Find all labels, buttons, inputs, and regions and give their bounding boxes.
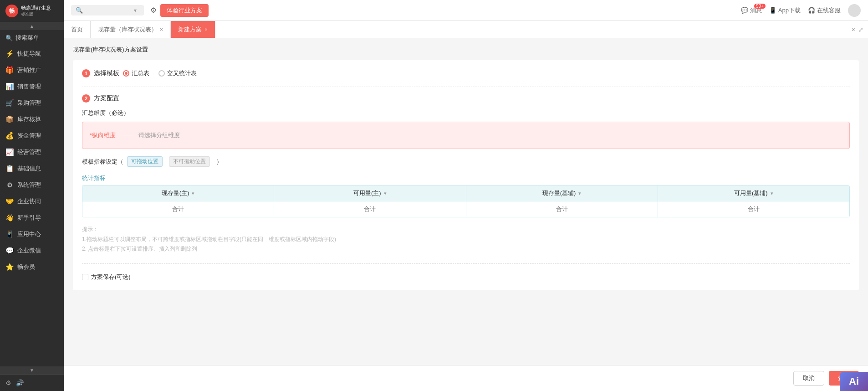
sidebar-logo: 畅 畅康通好生意 标准版 [0,0,64,22]
sidebar-item-member[interactable]: ⭐ 畅会员 [0,259,64,275]
step2-number: 2 [82,94,90,103]
settings-icon[interactable]: ⚙ [5,379,11,386]
user-avatar[interactable] [848,4,861,17]
sidebar-item-enterprise[interactable]: 🤝 企业协同 [0,193,64,210]
sidebar-sales-label: 销售管理 [17,82,41,91]
marketing-icon: 🎁 [5,66,14,74]
tab-new-plan-close[interactable]: × [204,26,208,33]
app-download-btn[interactable]: 📱 App下载 [769,6,801,15]
dimension-divider: —— [121,132,133,139]
sidebar-scroll-down[interactable]: ▼ [0,366,64,374]
sidebar-item-guide[interactable]: 👋 新手引导 [0,210,64,226]
tab-inventory[interactable]: 现存量（库存状况表） × [91,21,171,38]
topbar-gear-icon[interactable]: ⚙ [150,6,157,15]
sidebar-enterprise-label: 企业协同 [17,197,41,206]
tab-home[interactable]: 首页 [64,21,91,38]
app-center-icon: 📱 [5,230,14,238]
member-icon: ⭐ [5,263,14,271]
sidebar-item-system[interactable]: ⚙ 系统管理 [0,177,64,193]
sidebar-finance-label: 资金管理 [17,132,41,140]
sidebar-item-purchase[interactable]: 🛒 采购管理 [0,95,64,111]
stats-title: 统计指标 [82,174,850,182]
sidebar-search-label: 搜索菜单 [15,34,39,42]
radio-summary-label: 汇总表 [132,69,149,77]
sidebar-marketing-label: 营销推广 [17,66,41,74]
topbar-left: 🔍 ▾ ⚙ 体验行业方案 [71,4,736,17]
sidebar-item-marketing[interactable]: 🎁 营销推广 [0,62,64,78]
sidebar-item-search[interactable]: 🔍 搜索菜单 [0,30,64,46]
topbar-search-input[interactable] [86,7,131,14]
save-option-label: 方案保存(可选) [91,273,131,281]
stats-col-3[interactable]: 现存量(基辅) ▾ [466,185,658,201]
sidebar-scroll-up[interactable]: ▲ [0,22,64,30]
stats-col-2-chevron[interactable]: ▾ [384,190,387,196]
radio-cross-circle [158,70,165,77]
stats-col-1-chevron[interactable]: ▾ [192,190,194,196]
template-radio-group: 汇总表 交叉统计表 [123,69,197,77]
finance-icon: 💰 [5,132,14,140]
content-area: 现存量(库存状况表)方案设置 1 选择模板 汇总表 交叉统计表 [64,38,868,365]
radio-cross[interactable]: 交叉统计表 [158,69,197,77]
tab-new-plan[interactable]: 新建方案 × [171,21,215,38]
sidebar-item-quick-nav[interactable]: ⚡ 快捷导航 [0,46,64,62]
sidebar-item-inventory[interactable]: 📦 库存核算 [0,111,64,128]
stats-col-2-label: 可用量(主) [353,189,381,197]
inventory-icon: 📦 [5,115,14,123]
stats-col-3-label: 现存量(基辅) [542,189,576,197]
stats-data-1: 合计 [82,201,274,217]
save-checkbox[interactable] [82,274,88,280]
tab-inventory-close[interactable]: × [160,26,163,33]
industry-btn[interactable]: 体验行业方案 [160,4,209,17]
summary-dimension-label: 汇总维度（必选） [82,109,850,117]
system-icon: ⚙ [5,181,14,189]
topbar-dropdown-icon[interactable]: ▾ [134,7,137,14]
stats-col-1[interactable]: 现存量(主) ▾ [82,185,274,201]
tab-collapse-icon[interactable]: × [852,26,855,33]
cancel-button[interactable]: 取消 [793,371,824,386]
topbar: 🔍 ▾ ⚙ 体验行业方案 💬 消息 99+ 📱 App下载 🎧 在线客服 [64,0,868,21]
sidebar-item-management[interactable]: 📈 经营管理 [0,144,64,160]
sound-icon[interactable]: 🔊 [16,379,24,386]
step2-title: 方案配置 [94,94,119,103]
tab-inventory-label: 现存量（库存状况表） [98,26,157,34]
dimension-placeholder: 请选择分组维度 [138,131,180,139]
sidebar-item-finance[interactable]: 💰 资金管理 [0,128,64,144]
stats-col-3-chevron[interactable]: ▾ [578,190,581,196]
sidebar-item-sales[interactable]: 📊 销售管理 [0,78,64,95]
app-logo-icon: 畅 [5,5,18,17]
radio-cross-label: 交叉统计表 [167,69,197,77]
sidebar-basic-info-label: 基础信息 [17,165,41,173]
stats-col-4[interactable]: 可用量(基辅) ▾ [658,185,849,201]
message-btn[interactable]: 💬 消息 99+ [741,6,762,15]
radio-summary[interactable]: 汇总表 [123,69,149,77]
online-service-btn[interactable]: 🎧 在线客服 [808,6,841,15]
dimension-box[interactable]: *纵向维度 —— 请选择分组维度 [82,122,850,149]
topbar-search-bar[interactable]: 🔍 ▾ [71,5,144,15]
tab-expand-icon[interactable]: ⤢ [858,26,863,33]
sidebar-item-basic-info[interactable]: 📋 基础信息 [0,160,64,177]
sidebar-items: 🔍 搜索菜单 ⚡ 快捷导航 🎁 营销推广 📊 销售管理 🛒 采购管理 📦 库存核… [0,30,64,366]
save-option: 方案保存(可选) [82,273,850,281]
footer: 取消 查询 [64,365,868,391]
step-divider [82,87,850,87]
sidebar-wechat-label: 企业微信 [17,247,41,255]
stats-col-2[interactable]: 可用量(主) ▾ [274,185,466,201]
app-download-label: App下载 [778,6,801,15]
stats-header-row: 现存量(主) ▾ 可用量(主) ▾ 现存量(基辅) ▾ [82,185,849,201]
stats-col-4-chevron[interactable]: ▾ [771,190,773,196]
stats-col-1-label: 现存量(主) [162,189,189,197]
step2-header: 2 方案配置 [82,94,850,103]
stats-data-4: 合计 [658,201,849,217]
sidebar-management-label: 经营管理 [17,148,41,156]
stats-table: 现存量(主) ▾ 可用量(主) ▾ 现存量(基辅) ▾ [82,185,850,217]
guide-icon: 👋 [5,214,14,222]
sidebar-item-wechat[interactable]: 💬 企业微信 [0,242,64,259]
sidebar-item-app-center[interactable]: 📱 应用中心 [0,226,64,242]
stats-data-row: 合计 合计 合计 合计 [82,201,849,217]
ai-badge[interactable]: Ai [840,372,868,391]
sidebar-guide-label: 新手引导 [17,214,41,222]
search-icon: 🔍 [5,35,13,41]
service-label: 在线客服 [817,6,841,15]
sidebar-bottom: ⚙ 🔊 [0,374,64,391]
sidebar: 畅 畅康通好生意 标准版 ▲ 🔍 搜索菜单 ⚡ 快捷导航 🎁 营销推广 📊 销售… [0,0,64,391]
